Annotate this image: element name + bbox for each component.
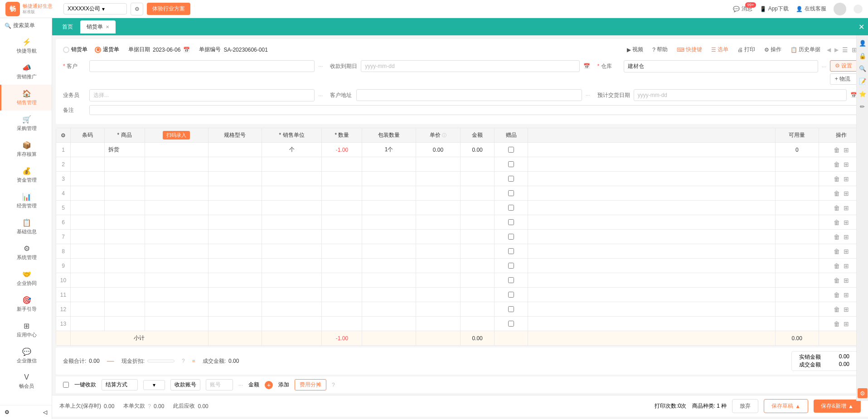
right-panel-search-icon[interactable]: 🔍 (858, 63, 868, 73)
cell-barcode-4[interactable] (71, 201, 105, 215)
cell-unitprice-12[interactable] (416, 317, 461, 331)
cell-unit-9[interactable] (262, 273, 322, 288)
cell-qty-6[interactable] (322, 230, 362, 244)
setup-button[interactable]: ⚙ 设置 (830, 60, 857, 72)
row-copy-8[interactable]: ⊞ (843, 261, 850, 270)
cell-unitprice-5[interactable] (416, 215, 461, 230)
row-delete-6[interactable]: 🗑 (833, 232, 841, 241)
cell-spec-7[interactable] (208, 244, 262, 259)
cell-packqty-6[interactable] (362, 230, 416, 244)
cell-barcode-9[interactable] (71, 273, 105, 288)
trial-button[interactable]: 体验行业方案 (147, 3, 190, 15)
sidebar-item-member[interactable]: V 畅会员 (0, 369, 52, 394)
row-delete-11[interactable]: 🗑 (833, 305, 841, 314)
cell-product-12[interactable] (104, 317, 145, 331)
col-scan-header[interactable]: 扫码录入 (145, 128, 208, 143)
address-more-icon[interactable]: ··· (586, 92, 590, 98)
nav-prev[interactable]: ◀ (827, 47, 831, 53)
one-click-checkbox[interactable] (63, 382, 69, 388)
cell-unitprice-2[interactable] (416, 172, 461, 186)
cell-spec-4[interactable] (208, 201, 262, 215)
cell-qty-1[interactable] (322, 157, 362, 172)
cell-barcode-10[interactable] (71, 288, 105, 302)
sidebar-item-newbie[interactable]: 🎯 新手引导 (0, 291, 52, 317)
cell-amount-3[interactable] (461, 186, 495, 201)
cell-gift-1[interactable] (494, 157, 528, 172)
col-settings-header[interactable]: ⚙ (56, 128, 71, 143)
gift-checkbox-11[interactable] (508, 306, 514, 312)
cell-qty-12[interactable] (322, 317, 362, 331)
customer-address-input[interactable] (356, 89, 582, 101)
cell-gift-12[interactable] (494, 317, 528, 331)
cell-qty-0[interactable]: -1.00 (322, 143, 362, 157)
remarks-input[interactable] (89, 105, 857, 115)
gift-checkbox-0[interactable] (508, 147, 514, 153)
cell-spec-2[interactable] (208, 172, 262, 186)
right-panel-lock-icon[interactable]: 🔒 (858, 51, 868, 61)
sidebar-search[interactable]: 🔍 搜索菜单 (0, 18, 52, 33)
add-payment-button[interactable]: + (265, 381, 273, 389)
right-panel-star-icon[interactable]: ⭐ (858, 89, 868, 99)
cell-unitprice-6[interactable] (416, 230, 461, 244)
cell-spec-12[interactable] (208, 317, 262, 331)
video-btn[interactable]: ▶ 视频 (624, 44, 646, 55)
cell-unitprice-4[interactable] (416, 201, 461, 215)
sidebar-item-collab[interactable]: 🤝 企业协同 (0, 265, 52, 291)
cell-gift-10[interactable] (494, 288, 528, 302)
row-delete-3[interactable]: 🗑 (833, 189, 841, 198)
list-view-icon[interactable]: ☰ (842, 46, 848, 53)
cell-amount-10[interactable] (461, 288, 495, 302)
cell-product-11[interactable] (104, 302, 145, 317)
cell-spec-10[interactable] (208, 288, 262, 302)
cell-packqty-9[interactable] (362, 273, 416, 288)
cell-barcode-6[interactable] (71, 230, 105, 244)
cell-barcode-0[interactable] (71, 143, 105, 157)
cell-qty-2[interactable] (322, 172, 362, 186)
avatar[interactable] (834, 3, 846, 15)
cell-unit-0[interactable]: 个 (262, 143, 322, 157)
payment-date-input[interactable]: yyyy-mm-dd (361, 60, 579, 72)
row-delete-10[interactable]: 🗑 (833, 290, 841, 299)
row-copy-2[interactable]: ⊞ (843, 174, 850, 183)
sidebar-item-quick-nav[interactable]: ⚡ 快捷导航 (0, 33, 52, 59)
cell-amount-7[interactable] (461, 244, 495, 259)
row-copy-3[interactable]: ⊞ (843, 189, 850, 198)
logistics-button[interactable]: + 物流 (830, 73, 857, 85)
cell-product-8[interactable] (104, 259, 145, 273)
message-btn[interactable]: 💬 消息 99+ (733, 5, 752, 13)
warehouse-more-icon[interactable]: ··· (822, 63, 826, 70)
cell-gift-5[interactable] (494, 215, 528, 230)
cell-spec-6[interactable] (208, 230, 262, 244)
cell-unit-8[interactable] (262, 259, 322, 273)
cell-amount-4[interactable] (461, 201, 495, 215)
cell-unitprice-1[interactable] (416, 157, 461, 172)
cell-barcode-5[interactable] (71, 215, 105, 230)
cell-gift-7[interactable] (494, 244, 528, 259)
calendar-icon[interactable]: 📅 (183, 47, 190, 53)
cell-amount-9[interactable] (461, 273, 495, 288)
row-copy-4[interactable]: ⊞ (843, 203, 850, 212)
cell-unitprice-3[interactable] (416, 186, 461, 201)
cell-gift-8[interactable] (494, 259, 528, 273)
online-support-btn[interactable]: 👤 在线客服 (796, 5, 826, 13)
cell-amount-11[interactable] (461, 302, 495, 317)
calc-method-dropdown[interactable]: ▾ (143, 380, 165, 390)
cell-amount-6[interactable] (461, 230, 495, 244)
payment-date-calendar-icon[interactable]: 📅 (583, 63, 590, 69)
cell-qty-5[interactable] (322, 215, 362, 230)
row-delete-0[interactable]: 🗑 (833, 145, 841, 154)
right-panel-note-icon[interactable]: 📝 (858, 76, 868, 86)
row-copy-9[interactable]: ⊞ (843, 276, 850, 285)
gift-checkbox-7[interactable] (508, 248, 514, 254)
cell-product-6[interactable] (104, 230, 145, 244)
sidebar-item-marketing[interactable]: 📣 营销推广 (0, 59, 52, 85)
row-delete-7[interactable]: 🗑 (833, 247, 841, 256)
radio-return[interactable]: 退货单 (95, 46, 119, 53)
row-copy-0[interactable]: ⊞ (843, 145, 850, 154)
cell-unitprice-9[interactable] (416, 273, 461, 288)
cell-packqty-3[interactable] (362, 186, 416, 201)
cell-unit-5[interactable] (262, 215, 322, 230)
help-btn[interactable]: ? 帮助 (650, 44, 670, 55)
customer-more-icon[interactable]: ··· (318, 63, 323, 69)
sidebar-item-inventory[interactable]: 📦 库存核算 (0, 136, 52, 162)
